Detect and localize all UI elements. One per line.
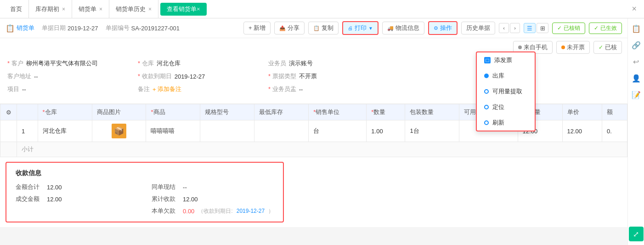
same-order-settle-value: -- bbox=[183, 184, 187, 191]
doc-info: 📋 销货单 单据日期 2019-12-27 单据编号 SA-20191227-0… bbox=[6, 24, 238, 33]
add-note-button[interactable]: + 添加备注 bbox=[153, 85, 181, 93]
row-amount: 0. bbox=[602, 120, 627, 142]
doc-type-badge: 📋 销货单 bbox=[6, 24, 34, 33]
share-button[interactable]: 📤 分享 bbox=[274, 22, 305, 34]
tab-close-view-sales[interactable]: × bbox=[197, 6, 200, 12]
subtotal-row: 小计 bbox=[0, 142, 627, 157]
invoice-dot bbox=[561, 46, 565, 49]
row-warehouse: 河北仓库 bbox=[38, 120, 92, 142]
doc-date-value: 2019-12-27 bbox=[68, 25, 98, 32]
ticket-type-field: 票据类型 不开票 bbox=[268, 72, 388, 80]
col-quantity: *数量 bbox=[367, 104, 405, 120]
list-view-btn[interactable]: ☰ bbox=[524, 23, 536, 33]
sidebar-icon-rotate[interactable]: ↩ bbox=[630, 55, 643, 68]
tab-close-history[interactable]: × bbox=[148, 6, 152, 12]
total-amount-value: 12.00 bbox=[47, 184, 62, 191]
locate-icon bbox=[484, 105, 489, 109]
row-unit-price: 12.00 bbox=[562, 120, 602, 142]
menu-available-qty[interactable]: 可用量提取 bbox=[477, 84, 535, 99]
outstanding-value: 0.00 bbox=[183, 208, 194, 215]
customer-value: 柳州粤港平安气体有限公司 bbox=[26, 59, 98, 68]
check-button[interactable]: ✓ 已核 bbox=[593, 41, 622, 54]
menu-outbound[interactable]: 出库 bbox=[477, 68, 535, 84]
row-min-stock bbox=[254, 120, 309, 142]
summary-same-order-settle: 同单现结 -- bbox=[152, 183, 274, 191]
sidebar-icon-expand[interactable]: ⤢ bbox=[629, 227, 644, 241]
tab-home[interactable]: 首页 bbox=[4, 0, 29, 18]
effective-button[interactable]: ✓ 已生效 bbox=[589, 23, 622, 34]
summary-deal-amount: 成交金额 12.00 bbox=[16, 195, 138, 203]
refresh-icon bbox=[484, 120, 489, 125]
tab-close-inventory[interactable]: × bbox=[62, 6, 65, 12]
checked-button[interactable]: ✓ 已核销 bbox=[552, 23, 585, 34]
summary-box: 收款信息 金额合计 12.00 同单现结 -- 成交金额 12.00 bbox=[6, 162, 284, 222]
tab-inventory-init[interactable]: 库存期初 × bbox=[29, 0, 72, 18]
sidebar-icon-note[interactable]: 📝 bbox=[630, 88, 643, 101]
grid-view-btn[interactable]: ⊞ bbox=[537, 23, 548, 33]
not-opened-button[interactable]: 未开票 bbox=[556, 41, 590, 54]
warehouse-value: 河北仓库 bbox=[157, 59, 181, 68]
view-toggle: ☰ ⊞ bbox=[524, 23, 548, 33]
row-product: 嘻嘻嘻嘻 bbox=[146, 120, 200, 142]
phone-dot bbox=[518, 46, 522, 49]
row-spec bbox=[200, 120, 254, 142]
tab-bar: 首页 库存期初 × 销货单 × 销货单历史 × 查看销货单 × × bbox=[0, 0, 644, 18]
sidebar-icon-link[interactable]: 🔗 bbox=[630, 39, 643, 51]
ticket-type-value: 不开票 bbox=[299, 72, 317, 80]
outbound-icon bbox=[484, 74, 489, 78]
col-pack-qty: 包装数量 bbox=[405, 104, 459, 120]
payment-date-field: 收款到期日 2019-12-27 bbox=[138, 72, 257, 80]
subtotal-label: 小计 bbox=[17, 142, 627, 157]
new-button[interactable]: + 新增 bbox=[243, 22, 271, 34]
copy-button[interactable]: 📋 复制 bbox=[308, 22, 339, 34]
customer-addr-value: -- bbox=[34, 73, 38, 80]
col-amount: 额 bbox=[602, 104, 627, 120]
window-close-button[interactable]: × bbox=[628, 4, 640, 14]
next-arrow[interactable]: › bbox=[510, 23, 520, 33]
col-settings: ⚙ bbox=[0, 104, 17, 120]
row-sales-unit: 台 bbox=[309, 120, 367, 142]
tab-sales-order[interactable]: 销货单 × bbox=[72, 0, 109, 18]
summary-grid: 金额合计 12.00 同单现结 -- 成交金额 12.00 累计收款 12.00 bbox=[16, 183, 274, 215]
summary-total-amount: 金额合计 12.00 bbox=[16, 183, 138, 191]
col-unit-price: 单价 bbox=[562, 104, 602, 120]
tab-view-sales[interactable]: 查看销货单 × bbox=[160, 3, 207, 16]
summary-outstanding: 本单欠款 0.00 （收款到期日: 2019-12-27） bbox=[152, 207, 274, 215]
sidebar-icon-user[interactable]: 👤 bbox=[630, 72, 643, 85]
staff2-field: 业务员盂 -- bbox=[268, 85, 388, 93]
deal-amount-value: 12.00 bbox=[47, 196, 62, 203]
logistics-button[interactable]: 🚚 物流信息 bbox=[382, 22, 424, 34]
right-sidebar: 📋 🔗 ↩ 👤 📝 ⤢ bbox=[627, 18, 644, 245]
toolbar-actions: + 新增 📤 分享 📋 复制 🖨 打印 ▼ 🚚 bbox=[243, 21, 622, 35]
tab-sales-history[interactable]: 销货单历史 × bbox=[109, 0, 158, 18]
summary-title: 收款信息 bbox=[16, 169, 274, 177]
operations-button[interactable]: ⚙ 操作 bbox=[428, 21, 458, 35]
col-spec: 规格型号 bbox=[200, 104, 254, 120]
sidebar-icon-copy[interactable]: 📋 bbox=[630, 22, 643, 35]
print-button[interactable]: 🖨 打印 ▼ bbox=[342, 21, 378, 35]
project-value: -- bbox=[22, 86, 26, 93]
doc-number-value: SA-20191227-001 bbox=[131, 25, 180, 32]
menu-add-invoice[interactable]: □ 添发票 bbox=[477, 52, 535, 68]
customer-addr-field: 客户地址 -- bbox=[7, 72, 127, 80]
menu-locate[interactable]: 定位 bbox=[477, 99, 535, 115]
main-content: 📋 销货单 单据日期 2019-12-27 单据编号 SA-20191227-0… bbox=[0, 18, 627, 227]
history-button[interactable]: 历史单据 bbox=[461, 22, 495, 34]
project-field: 项目 -- bbox=[7, 85, 127, 93]
row-settings bbox=[0, 120, 17, 142]
add-invoice-icon: □ bbox=[484, 57, 491, 63]
doc-number-field: 单据编号 SA-20191227-001 bbox=[106, 24, 180, 32]
total-received-value: 12.00 bbox=[183, 196, 198, 203]
doc-date-field: 单据日期 2019-12-27 bbox=[42, 24, 98, 32]
col-product: *商品 bbox=[146, 104, 200, 120]
row-product-img: 📦 bbox=[92, 120, 146, 142]
staff2-value: -- bbox=[299, 86, 303, 93]
menu-refresh[interactable]: 刷新 bbox=[477, 115, 535, 131]
row-pack-qty: 1台 bbox=[405, 120, 459, 142]
available-qty-icon bbox=[484, 89, 489, 94]
tab-close-sales[interactable]: × bbox=[99, 6, 102, 12]
prev-arrow[interactable]: ‹ bbox=[499, 23, 509, 33]
toolbar: 📋 销货单 单据日期 2019-12-27 单据编号 SA-20191227-0… bbox=[0, 18, 627, 38]
note-field: 备注 + 添加备注 bbox=[138, 85, 257, 93]
row-quantity: 1.00 bbox=[367, 120, 405, 142]
